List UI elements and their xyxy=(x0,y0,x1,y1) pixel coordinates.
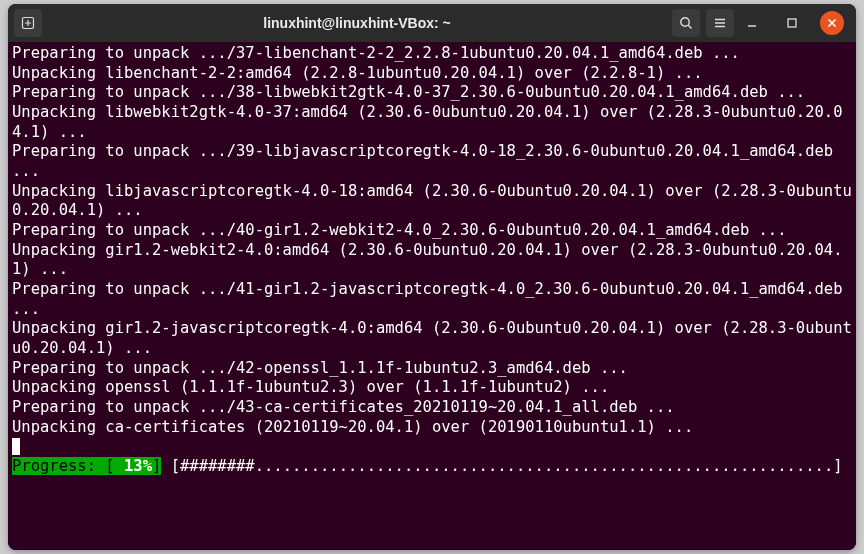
output-line: Unpacking ca-certificates (20210119~20.0… xyxy=(12,418,693,436)
svg-line-4 xyxy=(688,25,691,28)
maximize-button[interactable] xyxy=(780,11,804,35)
new-tab-button[interactable] xyxy=(14,9,42,37)
output-line: Preparing to unpack .../39-libjavascript… xyxy=(12,142,843,180)
close-button[interactable] xyxy=(820,11,844,35)
output-line: Unpacking openssl (1.1.1f-1ubuntu2.3) ov… xyxy=(12,378,609,396)
output-line: Unpacking gir1.2-javascriptcoregtk-4.0:a… xyxy=(12,319,852,357)
output-line: Preparing to unpack .../38-libwebkit2gtk… xyxy=(12,83,805,101)
output-line: Unpacking gir1.2-webkit2-4.0:amd64 (2.30… xyxy=(12,241,843,279)
hamburger-menu-button[interactable] xyxy=(706,9,734,37)
output-line: Unpacking libenchant-2-2:amd64 (2.2.8-1u… xyxy=(12,64,703,82)
progress-line: Progress: [ 13%] [########..............… xyxy=(12,457,852,475)
output-line: Preparing to unpack .../43-ca-certificat… xyxy=(12,398,675,416)
output-line: Unpacking libwebkit2gtk-4.0-37:amd64 (2.… xyxy=(12,103,843,141)
terminal-output[interactable]: Preparing to unpack .../37-libenchant-2-… xyxy=(8,42,856,550)
output-line: Preparing to unpack .../40-gir1.2-webkit… xyxy=(12,221,787,239)
window-controls xyxy=(740,11,850,35)
output-line: Preparing to unpack .../42-openssl_1.1.1… xyxy=(12,359,628,377)
output-line: Preparing to unpack .../41-gir1.2-javasc… xyxy=(12,280,852,318)
output-line: Preparing to unpack .../37-libenchant-2-… xyxy=(12,44,740,62)
window-title: linuxhint@linuxhint-VBox: ~ xyxy=(48,15,666,31)
progress-percent: 13% xyxy=(115,457,152,475)
progress-close: ] xyxy=(152,457,161,475)
progress-label: Progress: [ xyxy=(12,457,115,475)
output-line: Unpacking libjavascriptcoregtk-4.0-18:am… xyxy=(12,182,852,220)
titlebar: linuxhint@linuxhint-VBox: ~ xyxy=(8,4,856,42)
terminal-window: linuxhint@linuxhint-VBox: ~ Preparing to… xyxy=(8,4,856,550)
svg-point-3 xyxy=(681,18,689,26)
cursor xyxy=(12,438,20,455)
search-button[interactable] xyxy=(672,9,700,37)
progress-bar: [########...............................… xyxy=(161,457,852,475)
minimize-button[interactable] xyxy=(740,11,764,35)
svg-rect-9 xyxy=(788,19,796,27)
